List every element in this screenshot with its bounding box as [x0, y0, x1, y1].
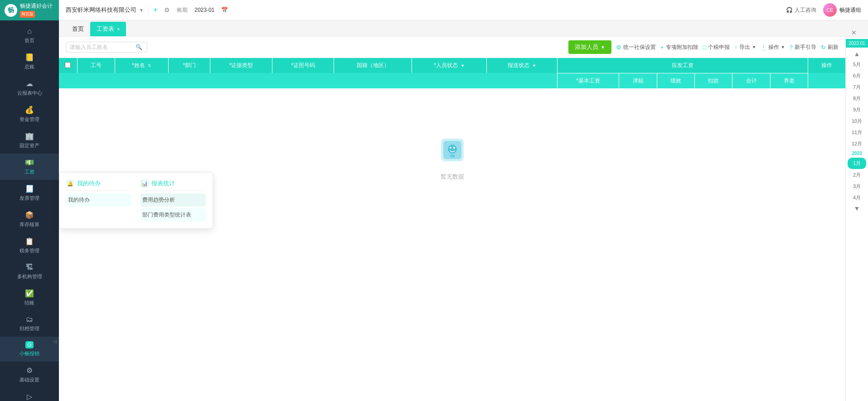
timeline-item-1[interactable]: 1月: [848, 158, 866, 169]
xiao-chang-icon: G: [25, 341, 33, 348]
guide-icon: ▷: [27, 392, 32, 401]
th-payroll-group: 应发工资: [558, 58, 808, 73]
add-person-button[interactable]: 添加人员 ▼: [568, 40, 611, 54]
timeline-item-3[interactable]: 3月: [846, 181, 868, 192]
popup-menu: 🔔 我的待办 我的待办 📊 报表统计 费用趋势分析 部门费用类型统计表: [59, 172, 213, 229]
empty-icon: [434, 132, 470, 168]
sidebar-item-general-ledger[interactable]: 📒 总账: [0, 48, 59, 75]
timeline-item-7[interactable]: 7月: [846, 82, 868, 93]
operations-action[interactable]: ⋮ 操作 ▼: [761, 43, 785, 51]
tab-home[interactable]: 首页: [66, 22, 90, 36]
invoice-icon: 🧾: [25, 184, 34, 193]
th-personnel-status: *人员状态 ▼: [412, 58, 487, 73]
salary-icon: 💵: [25, 158, 34, 167]
fixed-asset-icon: 🏢: [25, 132, 34, 140]
avatar: CE: [823, 3, 837, 17]
sidebar-item-inventory[interactable]: 📦 库存核算: [0, 206, 59, 232]
sidebar-item-xiao-chang[interactable]: G 小畅报销 ◁: [0, 337, 59, 362]
timeline-panel: 2023.01 ▲ 5月 6月 7月 8月 9月 10月 11月 12月 202…: [845, 37, 868, 401]
customer-service-button[interactable]: 🎧 人工咨询: [786, 6, 816, 14]
report-icon: 📊: [141, 179, 149, 188]
sidebar-item-closing[interactable]: ✅ 结账: [0, 285, 59, 311]
svg-point-4: [450, 147, 451, 149]
sidebar-item-home[interactable]: ⌂ 首页: [0, 23, 59, 48]
popup-item-dept-expense[interactable]: 部门费用类型统计表: [141, 208, 206, 222]
sidebar-item-cloud-report[interactable]: ☁ 云报表中心: [0, 75, 59, 101]
ledger-icon: 📒: [25, 53, 34, 62]
toolbar: 🔍 添加人员 ▼ ⚙ 统一社保设置 + 专项附加扣除: [59, 37, 845, 58]
sidebar: 畅 畅捷通好会计 网页版 ⌂ 首页 📒 总账 ☁ 云报表中心 💰 资金管理 🏢 …: [0, 0, 59, 401]
sidebar-item-basic-settings[interactable]: ⚙ 基础设置: [0, 362, 59, 388]
social-settings-action[interactable]: ⚙ 统一社保设置: [616, 43, 656, 51]
sidebar-item-fund[interactable]: 💰 资金管理: [0, 101, 59, 127]
tab-salary-table[interactable]: 工资表 ×: [90, 22, 126, 36]
search-input[interactable]: [70, 44, 133, 50]
th-total: 合计: [732, 73, 770, 88]
th-dept: *部门: [169, 58, 210, 73]
sidebar-item-new-guide[interactable]: ▷ 新手引导: [0, 388, 59, 401]
home-icon: ⌂: [27, 27, 32, 35]
timeline-item-9[interactable]: 9月: [846, 104, 868, 116]
sidebar-item-salary[interactable]: 💵 工资: [0, 154, 59, 180]
logo-icon: 畅: [5, 4, 17, 17]
popup-item-my-todo[interactable]: 我的待办: [66, 193, 131, 207]
topbar-divider: [148, 5, 149, 14]
tab-close-icon[interactable]: ×: [117, 26, 120, 32]
tabbar: 首页 工资表 × ✕: [59, 20, 868, 37]
report-status-filter-icon[interactable]: ▼: [532, 63, 536, 68]
special-deduction-action[interactable]: + 专项附加扣除: [660, 43, 698, 51]
special-deduction-icon: +: [660, 44, 664, 51]
timeline-item-6[interactable]: 6月: [846, 70, 868, 82]
sidebar-item-invoice[interactable]: 🧾 发票管理: [0, 180, 59, 206]
name-sort-icon[interactable]: ⇅: [148, 63, 151, 68]
settings-small-icon[interactable]: ⚙: [164, 6, 170, 14]
sidebar-navigation: ⌂ 首页 📒 总账 ☁ 云报表中心 💰 资金管理 🏢 固定资产 💵 工资 🧾 发…: [0, 20, 59, 401]
timeline-item-4[interactable]: 4月: [846, 192, 868, 203]
timeline-item-8[interactable]: 8月: [846, 93, 868, 104]
search-icon[interactable]: 🔍: [136, 44, 142, 50]
tab-close-window-icon[interactable]: ✕: [851, 29, 857, 36]
refresh-action[interactable]: ↻ 刷新: [821, 43, 839, 51]
sidebar-item-tax[interactable]: 📋 税务管理: [0, 232, 59, 259]
period-label: 账期: [177, 6, 188, 14]
timeline-item-2[interactable]: 2月: [846, 169, 868, 181]
popup-item-expense-trend[interactable]: 费用趋势分析: [141, 193, 206, 207]
archive-icon: 🗂: [26, 315, 33, 324]
export-dropdown-icon: ▼: [752, 45, 756, 49]
sidebar-item-fixed-asset[interactable]: 🏢 固定资产: [0, 127, 59, 154]
timeline-down-icon[interactable]: ▼: [853, 203, 862, 213]
search-box: 🔍: [66, 42, 147, 53]
popup-col-todo: 🔔 我的待办 我的待办: [66, 179, 131, 222]
svg-point-5: [453, 147, 455, 149]
select-all-checkbox[interactable]: [65, 62, 71, 68]
company-selector[interactable]: 西安虾米网络科技有限公司 ▼: [66, 6, 144, 14]
timeline-item-5[interactable]: 5月: [846, 59, 868, 70]
sidebar-item-multi-org[interactable]: 🏗 多机构管理: [0, 259, 59, 285]
main-container: 西安虾米网络科技有限公司 ▼ + ⚙ 账期 2023-01 📅 🎧 人工咨询 C…: [59, 0, 868, 401]
timeline-item-10[interactable]: 10月: [846, 116, 868, 127]
th-emp-id: 工号: [77, 58, 115, 73]
tax-icon: 📋: [25, 237, 34, 246]
th-id-no: *证照号码: [272, 58, 334, 73]
user-area[interactable]: CE 畅捷通组: [823, 3, 861, 17]
timeline-up-icon[interactable]: ▲: [853, 49, 862, 59]
new-guide-action[interactable]: ? 新手引导: [790, 43, 816, 51]
th-checkbox: [59, 58, 77, 73]
empty-text: 暂无数据: [441, 173, 464, 181]
timeline-header: 2023.01: [846, 39, 868, 48]
timeline-item-12[interactable]: 12月: [846, 138, 868, 150]
calendar-icon[interactable]: 📅: [221, 7, 228, 13]
social-settings-icon: ⚙: [616, 44, 621, 51]
th-deductions: 扣款: [695, 73, 732, 88]
timeline-item-11[interactable]: 11月: [846, 127, 868, 138]
headphone-icon: 🎧: [786, 7, 793, 13]
personnel-status-filter-icon[interactable]: ▼: [461, 63, 465, 68]
export-icon: ↑: [734, 44, 737, 51]
add-icon[interactable]: +: [153, 6, 157, 14]
sidebar-item-archive[interactable]: 🗂 归档管理: [0, 311, 59, 337]
tax-declaration-action[interactable]: □ 个税申报: [703, 43, 730, 51]
operations-icon: ⋮: [761, 44, 766, 51]
export-action[interactable]: ↑ 导出 ▼: [734, 43, 756, 51]
ops-dropdown-icon: ▼: [781, 45, 785, 49]
year-2023-label: 2023: [850, 150, 863, 157]
